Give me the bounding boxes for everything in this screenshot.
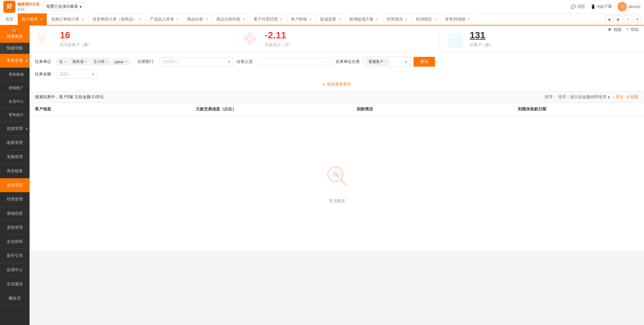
messages-btn[interactable]: 💬 消息 [571, 4, 585, 9]
balance-select[interactable]: 选择... ▾ [57, 70, 97, 79]
sidebar-item-app-center[interactable]: 应用中心 [0, 263, 30, 277]
tab-close-icon[interactable]: ✕ [243, 17, 245, 21]
app-download-btn[interactable]: 📱 App下载 [591, 4, 612, 9]
filter-tag-cjttcw: cjttcw ✕ [112, 59, 130, 65]
stat-total-customers: ¥ 16 总欠款客户（家） [30, 30, 234, 48]
tab-close-icon[interactable]: ✕ [434, 17, 437, 21]
tag-remove-wang[interactable]: ✕ [105, 60, 108, 64]
expand-icon: ▾ [26, 127, 28, 131]
tab-controls: ◀ ▶ ⤢ ✕ [605, 15, 643, 23]
user-avatar[interactable]: d demo2 [617, 2, 641, 11]
sidebar-item-marketing[interactable]: 营销推广 [0, 81, 30, 95]
sidebar-item-operations[interactable]: 经营管理 [0, 192, 30, 207]
tag-remove-cjttcw[interactable]: ✕ [125, 60, 127, 64]
stat-number-clients: 131 [470, 30, 494, 41]
balance-label: 往来余额 [35, 71, 53, 77]
sidebar-search[interactable]: 🔍 搜索菜单 [0, 26, 30, 43]
tab-customer-contact[interactable]: 客户联络 ✕ [287, 13, 316, 25]
sidebar-item-finance[interactable]: 资金管理 [0, 178, 30, 192]
tab-close-all-btn[interactable]: ✕ [633, 15, 641, 23]
tab-customer-tier[interactable]: 客户分层经营 ✕ [250, 13, 287, 25]
tab-home[interactable]: 首页 [1, 13, 18, 25]
tab-close-icon[interactable]: ✕ [139, 17, 141, 21]
diamond-bg-icon: ❖ [241, 28, 258, 50]
tab-inbound-stats[interactable]: 进货单统计表（按商品） ✕ [88, 13, 146, 25]
results-actions: 排序： 排序：按欠款金额倒序排序 ▾ ↓ 导出 ↺ 刷新 [545, 94, 639, 100]
tab-bar: 首页 客户账本 ✕ 采购订单统计表 ✕ 进货单统计表（按商品） ✕ 产成品入库单… [0, 13, 644, 26]
sidebar-item-ecommerce[interactable]: 电商管理 [0, 136, 30, 150]
tab-close-icon[interactable]: ✕ [376, 17, 378, 21]
tab-profit-report[interactable]: 利润报告 ✕ [412, 13, 441, 25]
stats-bar: ▶ 视频 ？ 帮助 ¥ 16 总欠款客户（家） ❖ -2.11 [30, 26, 644, 52]
filter-tag-regular: 普通客户 ✕ [366, 58, 389, 65]
tab-close-icon[interactable]: ✕ [309, 17, 312, 21]
person-label: 分管人员 [237, 59, 255, 65]
message-icon: 💬 [571, 4, 576, 9]
sidebar-item-retail-stats[interactable]: 零售统计 [0, 108, 30, 122]
sidebar-item-purchase[interactable]: 采购管理 [0, 150, 30, 164]
tab-retail-profit[interactable]: 零售利润报 ✕ [441, 13, 474, 25]
refresh-btn[interactable]: ↺ 刷新 [626, 94, 639, 100]
tab-product-analysis-list[interactable]: 商品分析列表 ✕ [212, 13, 250, 25]
sidebar-item-vip[interactable]: 畅会员 [0, 291, 30, 305]
table-container: 客户信息 欠款交易信息（占比） 回款情况 到期未收款日期 🔍 暂无数据 [30, 103, 644, 250]
query-button[interactable]: 查询 [414, 57, 435, 67]
tab-add-commission[interactable]: 新增提成方案 ✕ [345, 13, 383, 25]
tab-right-btn[interactable]: ▶ [614, 15, 622, 23]
tab-close-icon[interactable]: ✕ [205, 17, 208, 21]
dept-select[interactable]: 分管部门 ▾ [159, 57, 233, 66]
tab-customer-ledger[interactable]: 客户账本 ✕ [18, 13, 47, 25]
sidebar-item-guide[interactable]: 新手引导 [0, 249, 30, 263]
tab-finished-goods[interactable]: 产成品入库单 ✕ [146, 13, 183, 25]
sidebar-item-inventory[interactable]: 库存核算 [0, 164, 30, 178]
system-select[interactable]: 母婴行业演示账套 ▾ [43, 2, 85, 11]
person-select[interactable]: ··· [258, 58, 332, 66]
sidebar-item-retail-mall[interactable]: 零售商城 [0, 68, 30, 81]
tag-remove-wu[interactable]: ✕ [64, 60, 67, 64]
tag-remove-chen[interactable]: ✕ [85, 60, 87, 64]
tab-close-icon[interactable]: ✕ [40, 17, 43, 21]
sidebar-item-basic[interactable]: 基础信息 [0, 207, 30, 221]
tab-close-icon[interactable]: ✕ [81, 17, 84, 21]
unit-type-label: 往来单位分类 [336, 59, 360, 65]
unit-type-select[interactable]: 普通客户 ✕ ▾ [363, 57, 410, 67]
more-tags-btn[interactable]: ... [131, 60, 134, 64]
tab-operations[interactable]: 经营情况 ✕ [383, 13, 412, 25]
tag-remove-type[interactable]: ✕ [384, 60, 387, 64]
sidebar-item-wholesale[interactable]: 批发管理 ▾ [0, 122, 30, 136]
collapse-btn[interactable]: ∧ 收起更多条件 [323, 81, 351, 87]
tab-close-icon[interactable]: ✕ [338, 17, 341, 21]
sidebar-item-system[interactable]: 系统管理 [0, 221, 30, 235]
search-icon: 🔍 [1, 29, 28, 34]
sidebar-item-retail[interactable]: 零售管理 ▾ [0, 54, 30, 68]
filter-tag-wang: 王小亮 ✕ [91, 58, 111, 65]
tab-close-icon[interactable]: ✕ [176, 17, 179, 21]
sidebar-item-member[interactable]: 会员中心 [0, 95, 30, 108]
filter-area: 往来单位 伍 ✕ 陈民强 ✕ 王小亮 ✕ cjttcw [30, 52, 644, 92]
results-info: 搜索结果中，客户0家 欠款金额 0.00元 [35, 94, 104, 100]
tab-close-icon[interactable]: ✕ [405, 17, 407, 21]
tab-maximize-btn[interactable]: ⤢ [624, 15, 632, 23]
sidebar-quick-nav[interactable]: 快捷导航 [0, 43, 30, 54]
tab-close-icon[interactable]: ✕ [280, 17, 283, 21]
stat-label-clients: 总客户（家） [470, 42, 494, 48]
col-due-date: 到期未收款日期 [518, 106, 639, 112]
sidebar-item-enterprise-wechat[interactable]: 企业微信 [0, 277, 30, 291]
tab-left-btn[interactable]: ◀ [605, 15, 613, 23]
stat-total-clients: ▦ 131 总客户（家） [439, 30, 644, 48]
tab-commission-setting[interactable]: 提成设置 ✕ [316, 13, 345, 25]
tab-purchase-order[interactable]: 采购订单统计表 ✕ [47, 13, 88, 25]
more-icon: ··· [326, 60, 329, 64]
tab-close-icon[interactable]: ✕ [467, 17, 470, 21]
chevron-down-icon: ▾ [92, 72, 94, 77]
sidebar-item-enterprise[interactable]: 企业协同 [0, 235, 30, 249]
export-btn[interactable]: ↓ 导出 [612, 94, 624, 100]
tab-product-analysis[interactable]: 商品分析 ✕ [183, 13, 212, 25]
filter-row-2: 往来余额 选择... ▾ [35, 70, 639, 79]
stat-label-debt: 欠款合计（万） [265, 42, 293, 48]
sort-select[interactable]: 排序： 排序：按欠款金额倒序排序 ▾ [545, 94, 610, 100]
chevron-down-icon: ▾ [608, 95, 610, 100]
chevron-down-icon: ▾ [405, 60, 407, 64]
unit-tags: 伍 ✕ 陈民强 ✕ 王小亮 ✕ cjttcw ✕ ... [57, 58, 134, 65]
empty-illustration: 🔍 [324, 162, 350, 194]
